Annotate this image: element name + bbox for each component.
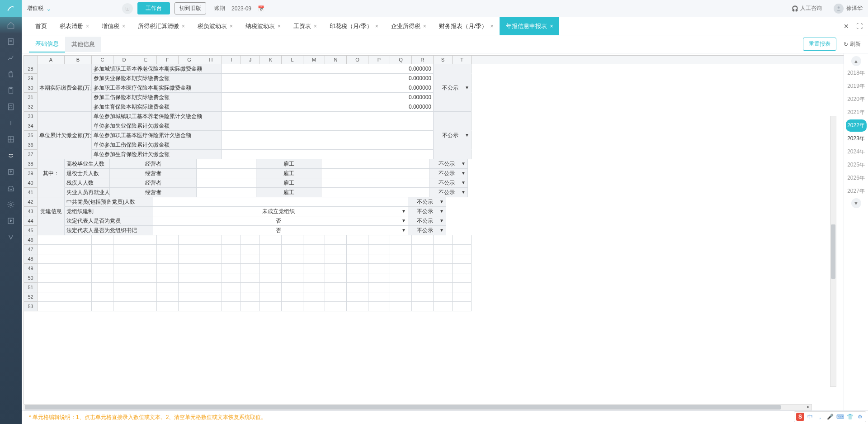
cell[interactable] <box>200 302 222 311</box>
cell[interactable] <box>200 264 222 273</box>
cell[interactable] <box>241 235 260 245</box>
cell[interactable] <box>368 235 390 245</box>
cell[interactable] <box>157 273 179 283</box>
cell[interactable] <box>282 292 303 302</box>
select-all-corner[interactable] <box>24 56 38 64</box>
year-down-button[interactable]: ▼ <box>851 198 861 208</box>
col-header-K[interactable]: K <box>260 56 282 64</box>
tab-6[interactable]: 工资表× <box>287 17 323 35</box>
calendar-icon[interactable]: 📅 <box>258 5 264 12</box>
close-icon[interactable]: × <box>278 23 281 29</box>
nav-grid-icon[interactable] <box>0 131 22 148</box>
workbench-button[interactable]: 工作台 <box>137 2 170 14</box>
cell[interactable] <box>222 302 241 311</box>
cell[interactable] <box>135 292 157 302</box>
cell[interactable] <box>113 245 135 254</box>
vscroll-thumb[interactable] <box>831 224 835 279</box>
cell[interactable] <box>157 254 179 264</box>
cell[interactable] <box>241 245 260 254</box>
ime-toolbar[interactable]: S中，🎤⌨👕⚙ <box>794 411 866 422</box>
disclose-cell[interactable] <box>434 121 472 131</box>
year-2022年[interactable]: 2022年 <box>846 119 867 132</box>
cell[interactable] <box>325 245 347 254</box>
close-icon[interactable]: × <box>314 23 317 29</box>
col-header-E[interactable]: E <box>135 56 157 64</box>
nav-text-icon[interactable] <box>0 115 22 131</box>
collapse-button[interactable] <box>122 3 133 14</box>
cell[interactable] <box>38 235 92 245</box>
disclose-cell[interactable] <box>434 74 472 83</box>
cell[interactable] <box>303 302 325 311</box>
cell[interactable] <box>241 283 260 292</box>
row-header-41[interactable]: 41 <box>24 188 38 197</box>
cell[interactable] <box>347 245 368 254</box>
cell[interactable] <box>38 273 92 283</box>
cell[interactable] <box>113 254 135 264</box>
grid-body[interactable]: 28参加城镇职工基本养老保险本期实际缴费金额0.00000029参加失业保险本期… <box>24 64 844 404</box>
year-2018年[interactable]: 2018年 <box>846 67 867 79</box>
cell[interactable] <box>260 264 282 273</box>
cell[interactable] <box>282 264 303 273</box>
row-header-30[interactable]: 30 <box>24 83 38 93</box>
cell[interactable] <box>282 245 303 254</box>
cell[interactable] <box>325 302 347 311</box>
cell[interactable] <box>390 235 412 245</box>
col-header-H[interactable]: H <box>200 56 222 64</box>
cell[interactable] <box>260 254 282 264</box>
scroll-right-icon[interactable]: ► <box>805 405 811 410</box>
cell[interactable] <box>38 254 92 264</box>
subtab-basic[interactable]: 基础信息 <box>29 36 65 52</box>
disclose-cell[interactable]: 不公示▼ <box>408 216 446 226</box>
cell[interactable] <box>222 254 241 264</box>
year-2019年[interactable]: 2019年 <box>846 80 867 92</box>
cell[interactable] <box>92 254 113 264</box>
col-header-R[interactable]: R <box>412 56 434 64</box>
cell[interactable] <box>157 235 179 245</box>
col-header-C[interactable]: C <box>92 56 113 64</box>
cell[interactable] <box>135 283 157 292</box>
ime-icon-4[interactable]: ⌨ <box>836 413 844 421</box>
input-cell[interactable] <box>197 159 256 169</box>
cell[interactable] <box>303 283 325 292</box>
cell[interactable] <box>179 302 200 311</box>
cell[interactable] <box>157 302 179 311</box>
row-header-49[interactable]: 49 <box>24 264 38 273</box>
cell[interactable] <box>179 235 200 245</box>
year-2025年[interactable]: 2025年 <box>846 159 867 171</box>
row-header-32[interactable]: 32 <box>24 102 38 112</box>
row-header-39[interactable]: 39 <box>24 169 38 178</box>
disclose-cell[interactable]: 不公示▼ <box>408 207 446 216</box>
value-cell[interactable]: 0.000000 <box>222 83 434 93</box>
cell[interactable] <box>390 264 412 273</box>
tab-5[interactable]: 纳税波动表× <box>239 17 287 35</box>
cell[interactable] <box>368 245 390 254</box>
cell[interactable] <box>347 235 368 245</box>
nav-inbox-icon[interactable] <box>0 180 22 196</box>
nav-settings-icon[interactable] <box>0 196 22 213</box>
col-header-B[interactable]: B <box>65 56 92 64</box>
cell[interactable] <box>434 302 453 311</box>
col-header-Q[interactable]: Q <box>390 56 412 64</box>
cell[interactable] <box>390 254 412 264</box>
cell[interactable] <box>453 283 472 292</box>
cell[interactable] <box>92 235 113 245</box>
year-2027年[interactable]: 2027年 <box>846 185 867 197</box>
switch-old-button[interactable]: 切到旧版 <box>175 2 206 14</box>
cell[interactable] <box>390 292 412 302</box>
nav-v-icon[interactable] <box>0 229 22 245</box>
row-header-42[interactable]: 42 <box>24 197 38 207</box>
value-cell[interactable] <box>222 150 434 159</box>
cell[interactable] <box>412 264 434 273</box>
cell[interactable] <box>179 254 200 264</box>
cell[interactable] <box>260 245 282 254</box>
cell[interactable] <box>241 273 260 283</box>
row-header-35[interactable]: 35 <box>24 131 38 140</box>
cell[interactable] <box>241 264 260 273</box>
cell[interactable] <box>434 292 453 302</box>
cell[interactable] <box>260 235 282 245</box>
cell[interactable] <box>434 254 453 264</box>
value-cell[interactable]: 0.000000 <box>222 93 434 102</box>
cell[interactable] <box>113 273 135 283</box>
disclose-cell[interactable]: 不公示▼ <box>430 188 468 197</box>
row-header-45[interactable]: 45 <box>24 226 38 235</box>
